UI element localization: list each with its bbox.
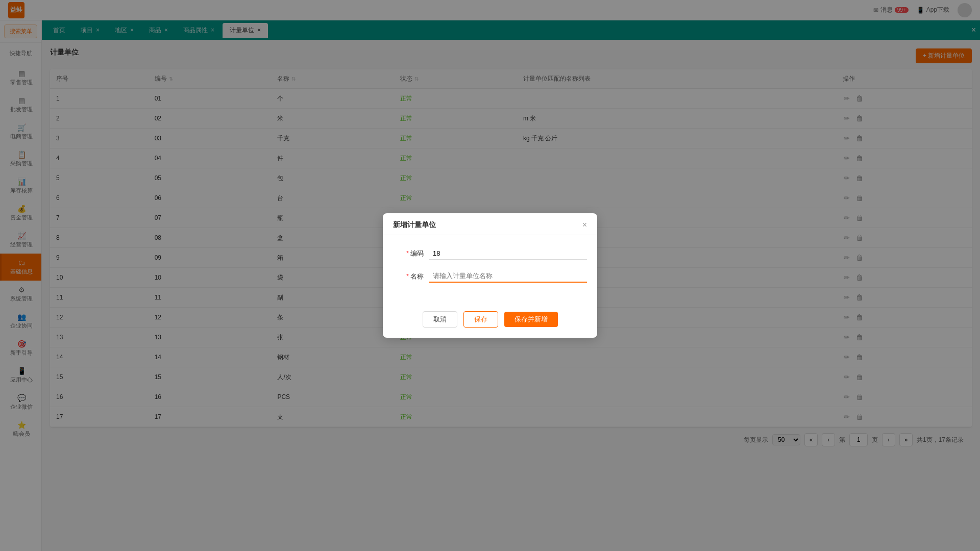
- code-input[interactable]: [429, 247, 587, 260]
- add-unit-modal: 新增计量单位 × 编码 名称 取消 保存 保存并新增: [383, 213, 597, 338]
- modal-body: 编码 名称: [383, 235, 597, 305]
- modal-title: 新增计量单位: [393, 220, 436, 230]
- form-row-code: 编码: [393, 247, 587, 260]
- save-button[interactable]: 保存: [463, 311, 498, 328]
- modal-overlay: 新增计量单位 × 编码 名称 取消 保存 保存并新增: [0, 0, 980, 551]
- modal-header: 新增计量单位 ×: [383, 213, 597, 235]
- modal-footer: 取消 保存 保存并新增: [383, 305, 597, 338]
- modal-close-btn[interactable]: ×: [582, 221, 587, 229]
- name-label: 名称: [393, 272, 424, 281]
- save-and-new-button[interactable]: 保存并新增: [504, 312, 558, 327]
- name-input[interactable]: [429, 270, 587, 283]
- cancel-button[interactable]: 取消: [423, 311, 457, 328]
- code-label: 编码: [393, 249, 424, 258]
- form-row-name: 名称: [393, 270, 587, 283]
